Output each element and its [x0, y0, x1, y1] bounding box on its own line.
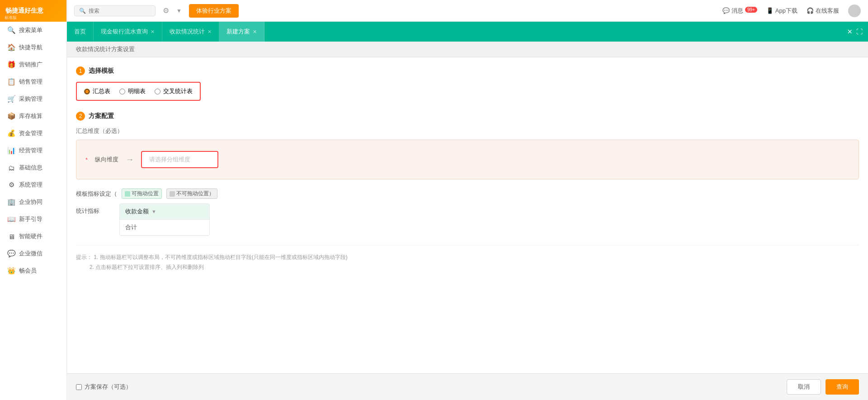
topbar: 🔍 ⚙ ▼ 体验行业方案 💬 消息 99+ 📱 App下载 🎧 在线客服 — [67, 0, 868, 22]
metrics-header-text: 收款金额 — [125, 207, 149, 216]
tip2-content: 2. 点击标题栏下拉可设置排序、插入列和删除列 — [76, 263, 859, 273]
settings-icon[interactable]: ⚙ — [163, 6, 169, 15]
logo-badge: 标准版 — [5, 15, 17, 21]
save-checkbox-text: 方案保存（可选） — [85, 383, 132, 391]
search-icon: 🔍 — [79, 8, 86, 14]
movable-indicator — [125, 191, 130, 197]
tab-receipts-stat-label: 收款情况统计 — [170, 28, 205, 36]
radio-summary[interactable] — [84, 89, 90, 94]
purchase-icon: 🛒 — [7, 95, 15, 103]
content-area: 收款情况统计方案设置 1 选择模板 汇总表 明细表 — [67, 42, 868, 400]
dimension-area: * 纵向维度 → 请选择分组维度 — [76, 140, 859, 179]
sidebar-item-label: 基础信息 — [19, 164, 42, 172]
notification-item[interactable]: 💬 消息 99+ — [722, 7, 757, 15]
topbar-right: 💬 消息 99+ 📱 App下载 🎧 在线客服 — [722, 5, 861, 17]
radio-cross[interactable] — [155, 89, 160, 94]
online-service-item[interactable]: 🎧 在线客服 — [807, 7, 839, 15]
tip1-text: 1. 拖动标题栏可以调整布局，不可跨维度或指标区域拖动栏目字段(只能在同一维度或… — [94, 254, 347, 260]
option-cross-label: 交叉统计表 — [163, 87, 193, 95]
sidebar-item-label: 智能硬件 — [19, 232, 42, 240]
tips-prefix: 提示： — [76, 254, 92, 260]
immovable-label: 不可拖动位置） — [176, 190, 214, 198]
sidebar-item-basic-info[interactable]: 🗂 基础信息 — [0, 159, 66, 176]
sidebar-item-wechat-biz[interactable]: 💬 企业微信 — [0, 245, 66, 262]
tips-content: 提示： 1. 拖动标题栏可以调整布局，不可跨维度或指标区域拖动栏目字段(只能在同… — [76, 253, 859, 263]
save-checkbox[interactable] — [76, 384, 82, 390]
tab-expand-icon[interactable]: ⛶ — [856, 28, 863, 35]
arrow-icon: → — [126, 155, 134, 165]
sidebar-item-label: 搜索菜单 — [19, 26, 42, 34]
monitor-icon: 🖥 — [7, 233, 15, 240]
tabbar-actions: ✕ ⛶ — [842, 22, 868, 42]
step1-header: 1 选择模板 — [76, 66, 859, 75]
tab-bank-flow[interactable]: 现金银行流水查询 ✕ — [94, 22, 162, 42]
tab-bank-flow-close[interactable]: ✕ — [151, 29, 155, 35]
content-body: 1 选择模板 汇总表 明细表 交叉统计表 — [67, 57, 868, 373]
tab-bank-flow-label: 现金银行流水查询 — [101, 28, 148, 36]
chevron-down-icon[interactable]: ▼ — [176, 8, 182, 14]
sidebar-item-beginner[interactable]: 📖 新手引导 — [0, 211, 66, 228]
vertical-label: 纵向维度 — [95, 155, 118, 164]
step1-title: 选择模板 — [89, 67, 114, 75]
option-detail[interactable]: 明细表 — [119, 87, 146, 95]
search-input[interactable] — [89, 8, 143, 14]
query-button[interactable]: 查询 — [826, 379, 859, 395]
message-icon: 💬 — [722, 7, 730, 14]
option-summary[interactable]: 汇总表 — [84, 87, 110, 95]
sidebar-item-label: 企业协同 — [19, 198, 42, 206]
search-box[interactable]: 🔍 — [74, 5, 156, 16]
sidebar-item-search-menu[interactable]: 🔍 搜索菜单 — [0, 22, 66, 39]
dimension-label: 汇总维度（必选） — [76, 127, 859, 135]
sidebar-item-finance[interactable]: 💰 资金管理 — [0, 125, 66, 142]
metrics-grid-header[interactable]: 收款金额 ▼ — [120, 204, 209, 220]
sidebar-item-sys-mgmt[interactable]: ⚙ 系统管理 — [0, 176, 66, 193]
step2-section: 2 方案配置 汇总维度（必选） * 纵向维度 → 请选择分组维度 — [76, 112, 859, 272]
tab-close-icon[interactable]: ✕ — [847, 28, 853, 35]
stats-section-label-col: 统计指标 — [76, 203, 112, 236]
content-header-text: 收款情况统计方案设置 — [76, 46, 135, 52]
main-content: 🔍 ⚙ ▼ 体验行业方案 💬 消息 99+ 📱 App下载 🎧 在线客服 — [67, 0, 868, 400]
tips-section: 提示： 1. 拖动标题栏可以调整布局，不可跨维度或指标区域拖动栏目字段(只能在同… — [76, 245, 859, 272]
sidebar-item-smart-hw[interactable]: 🖥 智能硬件 — [0, 228, 66, 245]
sidebar-item-operations[interactable]: 📊 经营管理 — [0, 142, 66, 159]
sidebar-item-membership[interactable]: 👑 畅会员 — [0, 262, 66, 279]
config-section: 汇总维度（必选） * 纵向维度 → 请选择分组维度 — [76, 127, 859, 272]
sidebar-item-label: 经营管理 — [19, 146, 42, 155]
app-download-item[interactable]: 📱 App下载 — [766, 7, 797, 15]
tab-home[interactable]: 首页 — [67, 22, 94, 42]
sidebar-item-label: 资金管理 — [19, 129, 42, 137]
trial-button[interactable]: 体验行业方案 — [189, 4, 239, 18]
sidebar-item-label: 库存核算 — [19, 112, 42, 120]
tab-receipts-stat-close[interactable]: ✕ — [208, 29, 212, 35]
metrics-label-row: 模板指标设定（ 可拖动位置 不可拖动位置） — [76, 188, 859, 199]
sidebar-logo: 畅捷通好生意 标准版 — [0, 0, 66, 22]
tab-new-plan[interactable]: 新建方案 ✕ — [219, 22, 264, 42]
sidebar-item-sales[interactable]: 📋 销售管理 — [0, 73, 66, 90]
sidebar-item-inventory[interactable]: 📦 库存核算 — [0, 108, 66, 125]
cancel-button[interactable]: 取消 — [787, 379, 821, 395]
step1-section: 1 选择模板 汇总表 明细表 交叉统计表 — [76, 66, 859, 101]
gear-icon: ⚙ — [7, 181, 15, 189]
sidebar-item-marketing[interactable]: 🎁 营销推广 — [0, 56, 66, 73]
finance-icon: 💰 — [7, 129, 15, 137]
tab-receipts-stat[interactable]: 收款情况统计 ✕ — [162, 22, 219, 42]
radio-detail[interactable] — [119, 89, 125, 94]
sidebar-item-label: 采购管理 — [19, 95, 42, 103]
sidebar-item-label: 企业微信 — [19, 249, 42, 258]
tab-new-plan-close[interactable]: ✕ — [253, 29, 257, 35]
sidebar-item-quick-nav[interactable]: 🏠 快捷导航 — [0, 39, 66, 56]
sidebar: 畅捷通好生意 标准版 🔍 搜索菜单 🏠 快捷导航 🎁 营销推广 📋 销售管理 🛒… — [0, 0, 67, 400]
service-icon: 🎧 — [807, 7, 814, 14]
sidebar-item-enterprise[interactable]: 🏢 企业协同 — [0, 193, 66, 211]
home-icon: 🏠 — [7, 43, 15, 52]
user-avatar[interactable] — [848, 5, 861, 17]
dimension-select[interactable]: 请选择分组维度 — [141, 151, 218, 168]
dropdown-icon[interactable]: ▼ — [151, 209, 156, 214]
save-checkbox-label[interactable]: 方案保存（可选） — [76, 383, 132, 391]
gift-icon: 🎁 — [7, 61, 15, 69]
sidebar-item-purchase[interactable]: 🛒 采购管理 — [0, 90, 66, 108]
option-cross[interactable]: 交叉统计表 — [155, 87, 193, 95]
step2-number: 2 — [76, 112, 85, 121]
online-service-label: 在线客服 — [816, 7, 839, 15]
movable-label: 可拖动位置 — [132, 190, 159, 198]
